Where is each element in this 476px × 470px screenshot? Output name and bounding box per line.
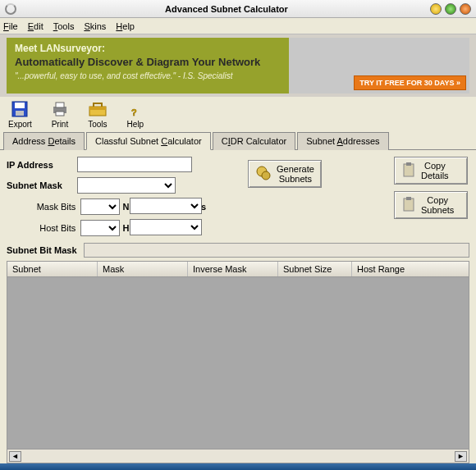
svg-rect-2 (16, 111, 24, 116)
col-hostrange[interactable]: Host Range (352, 262, 469, 276)
hostbits-label: Host Bits (7, 223, 76, 233)
tools-label: Tools (88, 120, 107, 129)
print-label: Print (52, 120, 69, 129)
copysubnets-label: CopySubnets (421, 195, 454, 215)
tab-cidr[interactable]: CIDR Calculator (213, 132, 295, 150)
svg-rect-7 (89, 107, 106, 110)
floppy-icon (10, 99, 30, 119)
tabs: Address Details Classful Subnet Calculat… (0, 131, 476, 150)
tools-button[interactable]: Tools (88, 99, 108, 129)
export-button[interactable]: Export (8, 99, 32, 129)
svg-text:?: ? (131, 107, 137, 117)
menu-file[interactable]: File (3, 21, 18, 31)
banner-line2: Automatically Discover & Diagram Your Ne… (15, 56, 281, 68)
maskbits-select[interactable] (80, 198, 119, 215)
hostbits-select[interactable] (80, 220, 119, 236)
toolbar: Export Print Tools ? Help (0, 97, 476, 131)
svg-rect-1 (15, 103, 25, 108)
clipboard-icon (401, 162, 416, 180)
help-icon: ? (126, 99, 145, 119)
svg-rect-5 (56, 112, 64, 116)
menu-skins[interactable]: Skins (84, 21, 106, 31)
scroll-left-button[interactable]: ◄ (9, 451, 21, 462)
scroll-right-button[interactable]: ► (455, 451, 467, 462)
toolbox-icon (88, 99, 108, 119)
main-panel: IP Address Subnet Mask Mask Bits Number … (0, 150, 476, 470)
copy-subnets-button[interactable]: CopySubnets (394, 191, 468, 219)
svg-rect-4 (56, 103, 64, 107)
horizontal-scrollbar[interactable]: ◄ ► (7, 449, 469, 463)
col-mask[interactable]: Mask (98, 262, 188, 276)
svg-rect-12 (406, 162, 411, 166)
tab-classful-subnet[interactable]: Classful Subnet Calculator (86, 132, 211, 150)
print-button[interactable]: Print (50, 99, 70, 129)
window-title: Advanced Subnet Calculator (23, 4, 430, 14)
titlebar: Advanced Subnet Calculator (0, 0, 476, 18)
help-button[interactable]: ? Help (126, 99, 145, 129)
taskbar (0, 463, 476, 470)
banner-image: TRY IT FREE FOR 30 DAYS » (289, 38, 469, 94)
generate-subnets-button[interactable]: GenerateSubnets (248, 160, 322, 188)
menu-help[interactable]: Help (116, 21, 135, 31)
table-body (7, 277, 469, 449)
menu-tools[interactable]: Tools (53, 21, 75, 31)
menu-edit[interactable]: Edit (28, 21, 43, 31)
table-header: Subnet Mask Inverse Mask Subnet Size Hos… (7, 261, 469, 277)
ip-label: IP Address (7, 160, 72, 170)
col-inverse[interactable]: Inverse Mask (188, 262, 278, 276)
col-size[interactable]: Subnet Size (278, 262, 352, 276)
maskbits-label: Mask Bits (7, 202, 76, 212)
loading-icon (5, 3, 16, 15)
svg-point-10 (262, 171, 270, 180)
maximize-button[interactable] (445, 3, 456, 15)
subnetmask-select[interactable] (77, 177, 176, 194)
help-label: Help (127, 120, 144, 129)
svg-rect-13 (404, 198, 414, 211)
tab-address-details[interactable]: Address Details (3, 132, 85, 150)
gear-icon (255, 165, 272, 183)
subnetbitmask-label: Subnet Bit Mask (7, 245, 80, 255)
ip-input[interactable] (77, 157, 192, 172)
banner-cta-button[interactable]: TRY IT FREE FOR 30 DAYS » (354, 75, 466, 90)
hostsper-select[interactable] (130, 219, 202, 235)
svg-rect-11 (404, 164, 414, 176)
export-label: Export (8, 120, 32, 129)
printer-icon (50, 99, 70, 119)
col-subnet[interactable]: Subnet (7, 262, 98, 276)
copy-details-button[interactable]: CopyDetails (394, 157, 468, 185)
generate-label: GenerateSubnets (277, 164, 314, 184)
clipboard-icon (401, 196, 416, 214)
ad-banner[interactable]: Meet LANsurveyor: Automatically Discover… (7, 38, 469, 94)
copydetails-label: CopyDetails (421, 161, 449, 180)
numsubnets-select[interactable] (130, 198, 202, 214)
svg-rect-14 (406, 197, 411, 200)
tab-subnet-addresses[interactable]: Subnet Addresses (297, 132, 388, 150)
menubar: File Edit Tools Skins Help (0, 18, 476, 34)
banner-line3: "...powerful, easy to use, and cost effe… (15, 71, 281, 80)
banner-line1: Meet LANsurveyor: (15, 43, 281, 54)
close-button[interactable] (460, 3, 471, 15)
subnetbitmask-display (84, 243, 469, 258)
subnetmask-label: Subnet Mask (7, 180, 72, 190)
minimize-button[interactable] (430, 3, 442, 15)
